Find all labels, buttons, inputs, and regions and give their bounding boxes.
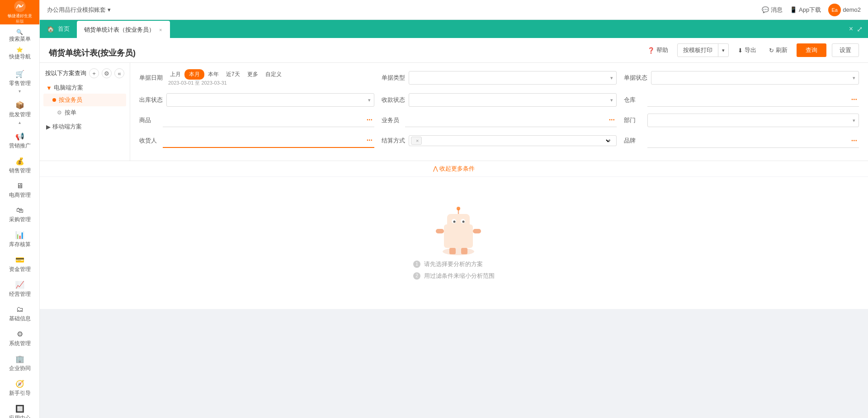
- tabbar-actions: × ⤢: [849, 25, 868, 33]
- guide-label: 新手引导: [9, 390, 31, 397]
- topbar: 办公用品行业模拟账套 ▾ 💬 消息 📱 App下载 Ea demo2: [40, 0, 868, 20]
- main-area: 办公用品行业模拟账套 ▾ 💬 消息 📱 App下载 Ea demo2 🏠: [40, 0, 868, 418]
- filter-warehouse: 仓库 ···: [624, 93, 859, 107]
- date-this-month-btn[interactable]: 本月: [184, 69, 204, 80]
- sidebar-item-purchase[interactable]: 🛍 采购管理: [0, 203, 39, 227]
- warehouse-input[interactable]: [647, 93, 849, 106]
- filter-payment-status: 收款状态 ▾: [382, 93, 617, 107]
- salesperson-input[interactable]: [405, 113, 607, 127]
- tab-sales-report[interactable]: 销货单统计表（按业务员） ×: [77, 21, 170, 39]
- date-more-btn[interactable]: 更多: [244, 69, 262, 80]
- finance-icon: 💳: [15, 256, 24, 264]
- doc-type-select[interactable]: [409, 71, 617, 85]
- filter-item-byorder[interactable]: ⚙ 按单: [43, 106, 126, 119]
- settlement-tag-remove[interactable]: ×: [416, 138, 419, 143]
- collapse-sidebar-btn[interactable]: «: [114, 68, 124, 78]
- brand-control: ···: [647, 134, 859, 148]
- sidebar-item-retail[interactable]: 🛒 零售管理 ▾: [0, 66, 39, 97]
- warehouse-ellipsis[interactable]: ···: [849, 95, 859, 104]
- sidebar-item-sales[interactable]: 💰 销售管理: [0, 153, 39, 178]
- sidebar-item-enterprise[interactable]: 🏢 企业协同: [0, 351, 39, 376]
- doc-status-select[interactable]: [651, 71, 859, 85]
- empty-illustration: [431, 204, 476, 249]
- sidebar-item-guide[interactable]: 🧭 新手引导: [0, 376, 39, 401]
- date-this-year-btn[interactable]: 本年: [204, 69, 222, 80]
- sales-label: 销售管理: [9, 167, 31, 175]
- maximize-icon[interactable]: ⤢: [857, 25, 863, 33]
- messages-btn[interactable]: 💬 消息: [762, 6, 783, 14]
- filter-item-salesperson[interactable]: 按业务员: [43, 94, 126, 106]
- enterprise-icon: 🏢: [15, 355, 24, 363]
- app-download-btn[interactable]: 📱 App下载: [790, 6, 821, 14]
- consignee-input[interactable]: [163, 133, 365, 147]
- sidebar-item-operations[interactable]: 📈 经营管理: [0, 277, 39, 302]
- logo[interactable]: 畅捷通好生意 标版: [0, 0, 40, 24]
- date-control: 上月 本月 本年 近7天 更多 自定义 2023-03-01 至 2023-03…: [166, 69, 374, 86]
- sidebar-item-wholesale[interactable]: 📦 批发管理 ▴: [0, 97, 39, 128]
- messages-label: 消息: [771, 6, 783, 14]
- export-label: 导出: [745, 46, 756, 54]
- consignee-ellipsis[interactable]: ···: [365, 136, 374, 144]
- sidebar-item-apps[interactable]: 🔲 应用中心: [0, 401, 39, 418]
- logo-subtitle: 标版: [16, 19, 24, 24]
- brand-input[interactable]: [647, 134, 849, 147]
- print-dropdown-icon[interactable]: ▾: [718, 45, 728, 56]
- sidebar-item-finance[interactable]: 💳 资金管理: [0, 252, 39, 277]
- sidebar-item-ecommerce[interactable]: 🖥 电商管理: [0, 178, 39, 203]
- user-name: demo2: [843, 6, 861, 13]
- company-dropdown[interactable]: 办公用品行业模拟账套 ▾: [47, 6, 111, 14]
- sidebar-item-system[interactable]: ⚙ 系统管理: [0, 326, 39, 351]
- refresh-btn[interactable]: ↻ 刷新: [765, 44, 791, 56]
- search-btn[interactable]: 查询: [797, 43, 826, 57]
- stock-status-select[interactable]: [166, 93, 374, 107]
- add-scheme-btn[interactable]: +: [89, 68, 99, 78]
- sidebar-item-basic[interactable]: 🗂 基础信息: [0, 302, 39, 326]
- export-btn[interactable]: ⬇ 导出: [734, 44, 760, 56]
- search-menu[interactable]: 🔍 搜索菜单: [0, 24, 39, 45]
- company-name: 办公用品行业模拟账套: [47, 6, 106, 14]
- date-last7-btn[interactable]: 近7天: [222, 69, 244, 80]
- tab-close-btn[interactable]: ×: [158, 26, 163, 33]
- settings-btn[interactable]: 设置: [832, 43, 859, 57]
- scheme-settings-btn[interactable]: ⚙: [102, 68, 112, 78]
- warehouse-control: ···: [647, 93, 859, 107]
- goods-input[interactable]: [163, 113, 365, 127]
- svg-point-10: [462, 221, 465, 223]
- payment-status-label: 收款状态: [382, 96, 405, 104]
- consignee-control: ···: [163, 133, 374, 148]
- quick-nav[interactable]: ⭐ 快捷导航: [0, 45, 39, 62]
- settlement-select[interactable]: [422, 137, 612, 145]
- collapse-bar[interactable]: ⋀ 收起更多条件: [40, 161, 868, 176]
- company-dropdown-icon: ▾: [108, 6, 111, 13]
- basic-icon: 🗂: [16, 305, 24, 314]
- brand-ellipsis[interactable]: ···: [849, 137, 859, 145]
- date-last-month-btn[interactable]: 上月: [166, 69, 184, 80]
- salesperson-ellipsis[interactable]: ···: [607, 116, 617, 124]
- print-btn[interactable]: 按模板打印 ▾: [677, 43, 729, 57]
- department-select[interactable]: [647, 114, 859, 127]
- warehouse-label: 仓库: [624, 96, 644, 104]
- step-1-num: 1: [413, 261, 420, 268]
- tab-home[interactable]: 🏠 首页: [40, 20, 77, 38]
- basic-label: 基础信息: [9, 315, 31, 323]
- sidebar-item-marketing[interactable]: 📢 营销推广: [0, 128, 39, 153]
- goods-ellipsis[interactable]: ···: [365, 116, 374, 124]
- help-btn[interactable]: ❓ 帮助: [644, 44, 672, 56]
- retail-label: 零售管理: [9, 80, 31, 87]
- page-actions: ❓ 帮助 按模板打印 ▾ ⬇ 导出 ↻ 刷新 查询 设置: [644, 43, 859, 62]
- mobile-group-header[interactable]: ▶ 移动端方案: [43, 121, 126, 133]
- filter-settlement: 结算方式 × ▾: [382, 135, 617, 146]
- consignee-label: 收货人: [139, 137, 159, 145]
- payment-status-select[interactable]: [409, 93, 617, 107]
- filter-salesperson: 业务员 ···: [382, 113, 617, 127]
- pc-group-header[interactable]: ▼ 电脑端方案: [43, 82, 126, 94]
- print-label[interactable]: 按模板打印: [678, 44, 718, 57]
- close-window-icon[interactable]: ×: [849, 25, 853, 33]
- user-profile[interactable]: Ea demo2: [828, 4, 861, 16]
- system-icon: ⚙: [17, 330, 23, 338]
- date-custom-btn[interactable]: 自定义: [262, 69, 285, 80]
- sidebar-item-inventory[interactable]: 📊 库存核算: [0, 227, 39, 252]
- doc-type-control: ▾: [409, 71, 617, 85]
- step-2: 2 用过滤条件来缩小分析范围: [413, 270, 495, 282]
- filter-right: 单据日期 上月 本月 本年 近7天 更多 自定义 2023-03-01 至 20…: [130, 63, 868, 161]
